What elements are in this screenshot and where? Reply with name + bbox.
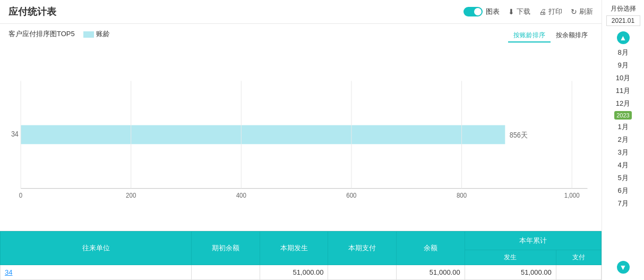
col-period-occur-header: 本期发生	[260, 232, 328, 265]
sidebar-month-4[interactable]: 4月	[602, 159, 644, 172]
right-sidebar: 月份选择 ▲ 8月 9月 10月 11月 12月 2023 1月 2月 3月 4…	[602, 0, 644, 280]
chart-svg: 34 856天 0 200 400 600 800 1,000	[8, 43, 593, 220]
svg-text:600: 600	[346, 192, 356, 200]
cell-ytd-occur: 51,000.00	[465, 265, 556, 280]
download-label: 下载	[517, 7, 530, 16]
print-button[interactable]: 🖨 打印	[539, 7, 562, 16]
sidebar-year-marker: 2023	[614, 111, 631, 120]
col-period-balance-header: 期初余额	[192, 232, 260, 265]
col-ytd-header: 本年累计	[465, 232, 601, 250]
cell-period-balance	[192, 265, 260, 280]
svg-text:1,000: 1,000	[564, 192, 580, 200]
sidebar-month-5[interactable]: 5月	[602, 172, 644, 184]
sidebar-months: 8月 9月 10月 11月 12月 2023 1月 2月 3月 4月 5月 6月…	[602, 46, 644, 259]
sidebar-up-arrow[interactable]: ▲	[617, 31, 630, 44]
table-row: 34 51,000.00 51,000.00 51,000.00	[1, 265, 602, 280]
chart-toggle[interactable]: 图表	[463, 7, 500, 16]
header: 应付统计表 图表 ⬇ 下载 🖨 打印 ↻ 刷新	[0, 0, 602, 24]
sidebar-title: 月份选择	[611, 4, 636, 13]
col-period-pay-header: 本期支付	[328, 232, 397, 265]
refresh-button[interactable]: ↻ 刷新	[571, 7, 593, 16]
col-ytd-occur-subheader: 发生	[465, 250, 556, 265]
sidebar-month-2[interactable]: 2月	[602, 133, 644, 146]
sidebar-month-3[interactable]: 3月	[602, 146, 644, 159]
sidebar-month-12[interactable]: 12月	[602, 97, 644, 110]
y-axis-label: 34	[11, 130, 19, 138]
chart-bar	[21, 125, 505, 145]
sidebar-month-7[interactable]: 7月	[602, 197, 644, 210]
legend-color-box	[83, 31, 94, 38]
legend-color-label: 账龄	[96, 30, 110, 38]
svg-text:400: 400	[236, 192, 246, 200]
refresh-label: 刷新	[579, 7, 593, 16]
svg-text:800: 800	[457, 192, 467, 200]
cell-unit: 34	[1, 265, 192, 280]
cell-period-occur: 51,000.00	[260, 265, 328, 280]
cell-ytd-pay	[556, 265, 601, 280]
svg-text:0: 0	[19, 192, 23, 200]
download-icon: ⬇	[508, 7, 514, 16]
data-table: 往来单位 期初余额 本期发生 本期支付 余额 本年累计 发生 支付 34 51,…	[0, 231, 602, 280]
unit-link[interactable]: 34	[5, 268, 12, 276]
legend-text: 客户应付排序图TOP5	[8, 29, 75, 39]
toggle-track[interactable]	[463, 7, 483, 16]
chart-area: 客户应付排序图TOP5 账龄 按账龄排序 按余额排序 34 856天 0 200…	[0, 24, 602, 231]
refresh-icon: ↻	[571, 7, 577, 16]
header-actions: 图表 ⬇ 下载 🖨 打印 ↻ 刷新	[463, 7, 593, 16]
chart-legend: 客户应付排序图TOP5 账龄	[8, 29, 593, 39]
sidebar-month-9[interactable]: 9月	[602, 59, 644, 72]
chart-label: 图表	[486, 7, 500, 16]
table-area: 往来单位 期初余额 本期发生 本期支付 余额 本年累计 发生 支付 34 51,…	[0, 231, 602, 280]
toggle-thumb	[474, 8, 482, 15]
sidebar-down-arrow[interactable]: ▼	[617, 261, 630, 274]
sidebar-month-11[interactable]: 11月	[602, 84, 644, 97]
cell-balance: 51,000.00	[397, 265, 465, 280]
col-unit-header: 往来单位	[1, 232, 192, 265]
sidebar-year-input[interactable]	[606, 15, 640, 26]
print-icon: 🖨	[539, 7, 546, 16]
bar-chart-svg: 34 856天 0 200 400 600 800 1,000	[8, 43, 593, 220]
sort-by-balance-tab[interactable]: 按账龄排序	[508, 29, 551, 43]
sidebar-month-1[interactable]: 1月	[602, 121, 644, 133]
table-header-row: 往来单位 期初余额 本期发生 本期支付 余额 本年累计	[1, 232, 602, 250]
download-button[interactable]: ⬇ 下载	[508, 7, 530, 16]
sort-by-amount-tab[interactable]: 按余额排序	[551, 29, 593, 43]
sort-tabs: 按账龄排序 按余额排序	[508, 29, 593, 43]
cell-period-pay	[328, 265, 397, 280]
sidebar-month-8[interactable]: 8月	[602, 46, 644, 59]
col-balance-header: 余额	[397, 232, 465, 265]
svg-text:200: 200	[126, 192, 136, 200]
bar-days-label: 856天	[510, 131, 527, 140]
sidebar-month-6[interactable]: 6月	[602, 184, 644, 197]
col-ytd-pay-subheader: 支付	[556, 250, 601, 265]
print-label: 打印	[548, 7, 562, 16]
sidebar-month-10[interactable]: 10月	[602, 72, 644, 84]
page-title: 应付统计表	[8, 5, 56, 18]
